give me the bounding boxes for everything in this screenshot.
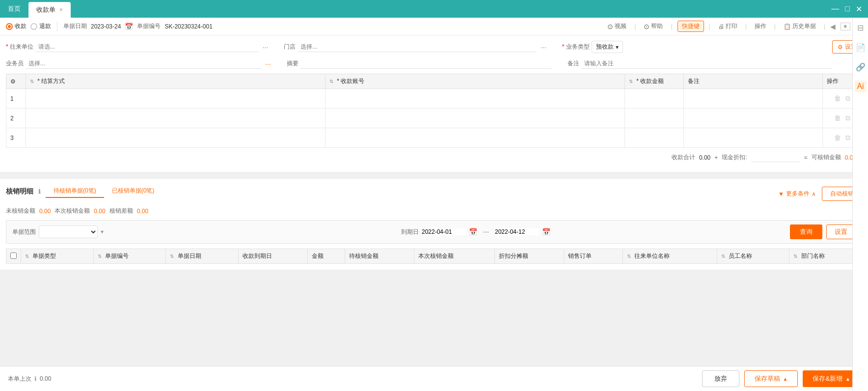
counterpart-more-btn[interactable]: ··· bbox=[263, 43, 269, 51]
row-notes-2[interactable] bbox=[683, 109, 822, 128]
table-settings-icon: ⚙ bbox=[10, 78, 16, 85]
copy-row-2-icon[interactable]: ⧉ bbox=[845, 114, 850, 122]
tab-close-icon[interactable]: × bbox=[59, 6, 63, 13]
business-type-selector[interactable]: 预收款 ▾ bbox=[592, 41, 623, 53]
row-account-2[interactable] bbox=[325, 109, 624, 128]
section-separator bbox=[0, 175, 868, 179]
operation-label: 操作 bbox=[755, 22, 766, 30]
table-col-amount: ⇅ * 收款金额 bbox=[624, 74, 683, 89]
shortcut-btn[interactable]: 快捷键 bbox=[678, 21, 704, 32]
row-notes-3[interactable] bbox=[683, 128, 822, 148]
row-settlement-1[interactable] bbox=[26, 89, 326, 109]
row-account-1[interactable] bbox=[325, 89, 624, 109]
tab-home[interactable]: 首页 bbox=[0, 0, 28, 18]
date-label: 到期日 bbox=[401, 228, 419, 236]
tab-receipt[interactable]: 收款单 × bbox=[28, 2, 71, 18]
copy-row-1-icon[interactable]: ⧉ bbox=[845, 94, 850, 102]
sidebar-ai-icon[interactable]: Ai bbox=[855, 81, 867, 92]
query-btn[interactable]: 查询 bbox=[790, 224, 822, 239]
date-from-input[interactable] bbox=[422, 228, 466, 235]
delete-row-2-icon[interactable]: 🗑 bbox=[834, 114, 841, 122]
row-amount-3[interactable] bbox=[624, 128, 683, 148]
nav-controls: ◀ bbox=[830, 23, 836, 30]
form-row-2: 业务员 ··· 摘要 备注 bbox=[6, 58, 862, 69]
col-pending-label: 待核销金额 bbox=[349, 252, 379, 259]
pending-tab[interactable]: 待核销单据(0笔) bbox=[46, 185, 104, 198]
amount-label: * 收款金额 bbox=[636, 78, 664, 84]
equals-sign: = bbox=[804, 154, 808, 161]
minimize-icon[interactable]: — bbox=[831, 4, 839, 13]
staff-more-btn[interactable]: ··· bbox=[265, 60, 271, 68]
verification-tabs: 待核销单据(0笔) 已核销单据(0笔) bbox=[46, 185, 162, 198]
row-settlement-2[interactable] bbox=[26, 109, 326, 128]
verification-title: 核销明细 bbox=[6, 187, 33, 196]
sidebar-link-icon[interactable]: 🔗 bbox=[855, 61, 867, 73]
staff-input[interactable] bbox=[26, 58, 261, 69]
range-select[interactable] bbox=[39, 225, 98, 238]
store-input[interactable] bbox=[298, 42, 537, 52]
col-checkbox[interactable] bbox=[6, 249, 21, 264]
prev-arrow[interactable]: ◀ bbox=[830, 23, 836, 30]
receipt-radio[interactable]: 收款 bbox=[6, 22, 27, 30]
date-to-input[interactable] bbox=[495, 228, 539, 235]
calendar-icon[interactable]: 📅 bbox=[125, 23, 133, 30]
date-separator: — bbox=[483, 228, 489, 235]
info-icon[interactable]: ℹ bbox=[38, 188, 41, 195]
receipt-radio-label: 收款 bbox=[15, 22, 27, 30]
settings-sm-btn[interactable]: 设置 bbox=[826, 224, 856, 239]
table-col-settings[interactable]: ⚙ bbox=[6, 74, 26, 89]
row-settlement-3[interactable] bbox=[26, 128, 326, 148]
more-filter-btn[interactable]: ▼ 更多条件 ∧ bbox=[778, 190, 816, 198]
copy-row-3-icon[interactable]: ⧉ bbox=[845, 134, 850, 141]
history-btn[interactable]: 📋 历史单据 bbox=[781, 21, 819, 31]
sidebar-table-icon[interactable]: ⊟ bbox=[855, 22, 867, 33]
col-date: ⇅ 单据日期 bbox=[166, 249, 239, 264]
receipt-table: ⚙ ⇅ * 结算方式 ⇅ * 收款账号 ⇅ * 收款金额 备注 bbox=[6, 74, 862, 148]
unverified-label: 未核销金额 bbox=[6, 207, 35, 215]
select-all-checkbox[interactable] bbox=[10, 252, 17, 259]
delete-row-1-icon[interactable]: 🗑 bbox=[834, 94, 841, 102]
help-btn[interactable]: ⊙ 帮助 bbox=[641, 21, 666, 31]
notes-input[interactable] bbox=[581, 58, 833, 69]
row-account-3[interactable] bbox=[325, 128, 624, 148]
col-dept: ⇅ 部门名称 bbox=[789, 249, 862, 264]
account-label: * 收款账号 bbox=[337, 78, 364, 84]
delete-row-3-icon[interactable]: 🗑 bbox=[834, 134, 841, 141]
col-counterpart-label: 往来单位名称 bbox=[634, 252, 670, 259]
video-icon: ⊙ bbox=[607, 23, 613, 30]
close-icon[interactable]: ✕ bbox=[856, 4, 862, 14]
row-notes-1[interactable] bbox=[683, 89, 822, 109]
refund-radio-dot bbox=[30, 23, 37, 30]
table-header-row: ⚙ ⇅ * 结算方式 ⇅ * 收款账号 ⇅ * 收款金额 备注 bbox=[6, 74, 862, 89]
print-btn[interactable]: 🖨 打印 bbox=[715, 21, 740, 31]
store-more-btn[interactable]: ··· bbox=[541, 43, 546, 51]
calendar-from-icon[interactable]: 📅 bbox=[469, 228, 477, 236]
row-amount-1[interactable] bbox=[624, 89, 683, 109]
range-field: 单据范围 ▾ bbox=[12, 225, 393, 238]
calendar-to-icon[interactable]: 📅 bbox=[542, 228, 550, 236]
summary-field: 摘要 bbox=[287, 58, 552, 69]
business-type-value: 预收款 bbox=[596, 43, 614, 51]
maximize-icon[interactable]: □ bbox=[845, 4, 850, 13]
receipt-radio-dot bbox=[6, 23, 13, 30]
window-controls: — □ ✕ bbox=[831, 4, 868, 14]
refund-radio[interactable]: 退款 bbox=[30, 22, 51, 30]
operation-btn[interactable]: 操作 bbox=[752, 21, 769, 31]
number-label: 单据编号 bbox=[137, 22, 161, 30]
list-view-icon[interactable]: ≡ bbox=[841, 23, 850, 30]
col-sales-order-label: 销售订单 bbox=[568, 252, 592, 259]
sidebar-doc-icon[interactable]: 📄 bbox=[855, 41, 867, 53]
discount-input[interactable] bbox=[751, 153, 800, 162]
summary-input[interactable] bbox=[300, 58, 552, 69]
history-label: 历史单据 bbox=[792, 22, 816, 30]
counterpart-input[interactable] bbox=[35, 42, 259, 52]
verified-tab[interactable]: 已核销单据(0笔) bbox=[104, 185, 163, 198]
table-row: 1 🗑 ⧉ bbox=[6, 89, 862, 109]
table-col-notes: 备注 bbox=[683, 74, 822, 89]
filter-row: 未核销金额 0.00 本次核销金额 0.00 核销差额 0.00 bbox=[6, 207, 862, 215]
chevron-up-icon: ∧ bbox=[812, 191, 816, 197]
col-current: 本次核销金额 bbox=[414, 249, 495, 264]
row-amount-2[interactable] bbox=[624, 109, 683, 128]
store-field: 门店 ··· bbox=[284, 42, 546, 52]
video-btn[interactable]: ⊙ 视频 bbox=[604, 21, 629, 31]
